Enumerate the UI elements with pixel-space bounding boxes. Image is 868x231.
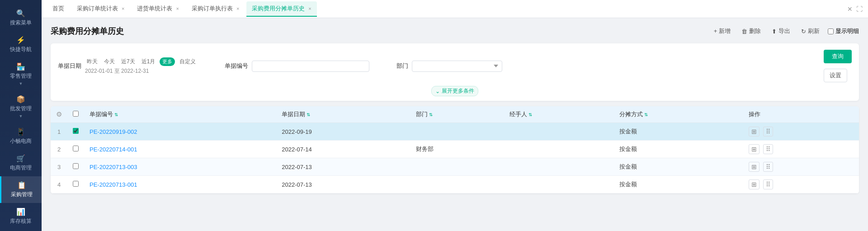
row-view-icon[interactable]: ⊞ [749,162,760,172]
data-table: ⚙ 单据编号⇅ 单据日期⇅ 部门⇅ 经手人⇅ 分摊方式⇅ 操作 1 PE-202… [51,106,859,193]
sidebar-item-wholesale[interactable]: 📦批发管理▼ [0,90,42,123]
doc-num-filter: 单据编号 [225,61,369,72]
tab-bar: 首页采购订单统计表×进货单统计表×采购订单执行表×采购费用分摊单历史× ✕ ⛶ [42,0,868,18]
data-table-container: ⚙ 单据编号⇅ 单据日期⇅ 部门⇅ 经手人⇅ 分摊方式⇅ 操作 1 PE-202… [51,106,859,193]
delete-button[interactable]: 🗑 删除 [739,25,764,37]
sidebar-item-search[interactable]: 🔍搜索菜单 [0,5,42,31]
date-shortcut-更多[interactable]: 更多 [160,57,175,66]
table-row[interactable]: 1 PE-20220919-002 2022-09-19 按金额 ⊞ ⠿ [51,123,859,141]
row-split-method: 按金额 [614,141,743,158]
row-doc-date: 2022-09-19 [276,123,410,141]
sidebar-item-ecommerce[interactable]: 🛒电商管理 [0,150,42,176]
col-doc-num-label: 单据编号 [90,111,113,118]
chevron-down-icon: ▼ [19,81,23,86]
date-range-display: 2022-01-01 至 2022-12-31 [85,67,198,75]
sidebar-item-retail[interactable]: 🏪零售管理▼ [0,58,42,90]
table-select-all-col[interactable] [67,106,84,123]
date-shortcut-今天[interactable]: 今天 [102,57,117,66]
refresh-button[interactable]: ↻ 刷新 [798,25,822,37]
table-gear-col[interactable]: ⚙ [51,106,67,123]
tab-purchase-cost[interactable]: 采购费用分摊单历史× [246,1,316,17]
date-shortcut-近7天[interactable]: 近7天 [119,57,137,66]
dept-filter: 部门 财务部 [396,61,815,72]
row-checkbox[interactable] [73,128,79,134]
row-num: 2 [51,141,67,158]
row-more-icon[interactable]: ⠿ [763,179,773,189]
sidebar-item-quick-nav[interactable]: ⚡快捷导航 [0,31,42,58]
table-row[interactable]: 4 PE-20220713-001 2022-07-13 按金额 ⊞ ⠿ [51,176,859,193]
select-all-checkbox[interactable] [73,111,79,117]
dept-select[interactable]: 财务部 [412,61,502,72]
tab-home[interactable]: 首页 [47,1,70,17]
date-shortcut-近1月[interactable]: 近1月 [140,57,157,66]
table-row[interactable]: 2 PE-20220714-001 2022-07-14 财务部 按金额 ⊞ ⠿ [51,141,859,158]
date-shortcut-自定义[interactable]: 自定义 [178,57,198,66]
doc-num-link[interactable]: PE-20220919-002 [90,128,137,135]
settings-button[interactable]: 设置 [824,69,847,82]
doc-num-input[interactable] [252,61,369,72]
tab-label: 采购订单统计表 [77,5,118,13]
sidebar-item-label: 库存核算 [10,217,32,225]
row-num: 4 [51,176,67,193]
tab-purchase-order-stats[interactable]: 采购订单统计表× [71,1,130,17]
row-checkbox-cell[interactable] [67,176,84,193]
col-handler: 经手人⇅ [504,106,614,123]
export-button[interactable]: ⬆ 导出 [769,25,793,37]
row-checkbox[interactable] [73,146,79,151]
row-checkbox[interactable] [73,163,79,169]
row-view-icon[interactable]: ⊞ [749,144,760,154]
show-detail-checkbox[interactable] [828,28,834,34]
table-header: ⚙ 单据编号⇅ 单据日期⇅ 部门⇅ 经手人⇅ 分摊方式⇅ 操作 [51,106,859,123]
search-icon: 🔍 [16,9,25,18]
close-window-icon[interactable]: ✕ [847,5,853,13]
expand-conditions-button[interactable]: ⌄ 展开更多条件 [431,86,478,96]
row-checkbox[interactable] [73,181,79,187]
row-more-icon[interactable]: ⠿ [763,144,773,154]
sort-doc-num-icon[interactable]: ⇅ [114,112,118,117]
sidebar-item-label: 采购管理 [11,191,33,198]
doc-num-link[interactable]: PE-20220713-003 [90,164,137,170]
sidebar-item-inventory[interactable]: 📊库存核算 [0,203,42,230]
col-dept: 部门⇅ [410,106,504,123]
doc-num-link[interactable]: PE-20220714-001 [90,146,137,153]
row-more-icon[interactable]: ⠿ [763,162,773,172]
sort-handler-icon[interactable]: ⇅ [528,112,532,117]
row-checkbox-cell[interactable] [67,141,84,158]
sidebar-item-mini-app[interactable]: 📱小畅电商 [0,123,42,150]
table-row[interactable]: 3 PE-20220713-003 2022-07-13 按金额 ⊞ ⠿ [51,158,859,176]
inventory-icon: 📊 [16,207,25,216]
row-handler [504,141,614,158]
maximize-window-icon[interactable]: ⛶ [856,5,863,13]
tab-purchase-order-exec[interactable]: 采购订单执行表× [186,1,245,17]
date-shortcut-昨天[interactable]: 昨天 [85,57,99,66]
row-more-icon[interactable]: ⠿ [763,127,773,137]
tab-goods-stats[interactable]: 进货单统计表× [132,1,184,17]
row-checkbox-cell[interactable] [67,123,84,141]
query-button[interactable]: 查询 [824,50,852,63]
row-view-icon[interactable]: ⊞ [749,127,760,137]
tab-close-icon[interactable]: × [122,6,124,11]
col-split-method: 分摊方式⇅ [614,106,743,123]
tab-close-icon[interactable]: × [308,6,311,11]
col-doc-num: 单据编号⇅ [84,106,276,123]
row-num: 3 [51,158,67,176]
delete-icon: 🗑 [741,28,747,35]
sort-doc-date-icon[interactable]: ⇅ [307,112,310,117]
sort-split-icon[interactable]: ⇅ [644,112,648,117]
row-doc-date: 2022-07-14 [276,141,410,158]
tab-close-icon[interactable]: × [236,6,239,11]
row-view-icon[interactable]: ⊞ [749,179,760,189]
chevron-down-icon: ▼ [19,114,23,118]
row-checkbox-cell[interactable] [67,158,84,176]
retail-icon: 🏪 [16,62,25,71]
doc-num-link[interactable]: PE-20220713-001 [90,181,137,188]
filter-row: 单据日期 昨天今天近7天近1月更多自定义 2022-01-01 至 2022-1… [58,50,852,82]
add-button[interactable]: + 新增 [711,25,733,37]
purchase-icon: 📋 [17,181,26,189]
show-detail-toggle[interactable]: 显示明细 [828,27,859,35]
sidebar-item-purchase[interactable]: 📋采购管理 [0,176,42,203]
mini-app-icon: 📱 [16,127,25,136]
tab-close-icon[interactable]: × [176,6,179,11]
sort-dept-icon[interactable]: ⇅ [429,112,433,117]
row-actions: ⊞ ⠿ [743,176,859,193]
